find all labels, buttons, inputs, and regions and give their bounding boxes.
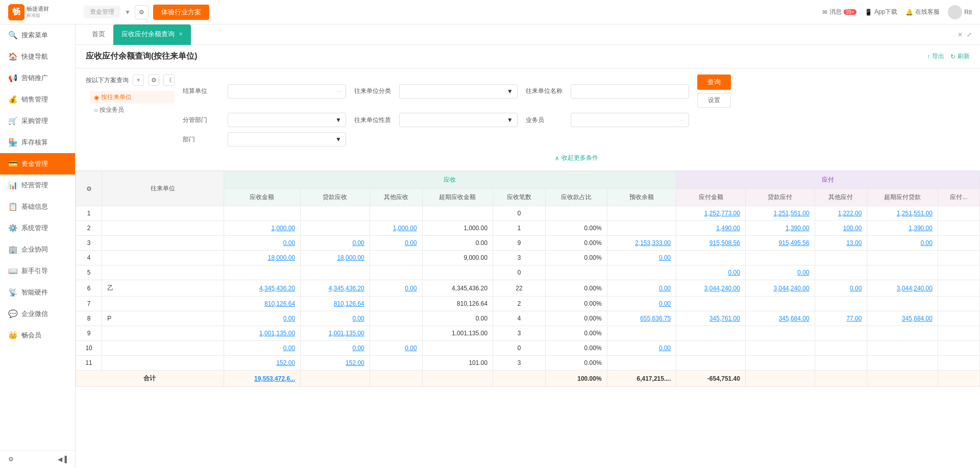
salesperson-label: 按业务员 [100, 106, 124, 114]
top-bar-center: 资金管理 ▼ ⚙ 体验行业方案 [84, 5, 822, 20]
sidebar-item-search-menu[interactable]: 🔍 搜索菜单 [0, 24, 75, 46]
filter-row-2: 分管部门 ▼ 往来单位性质 ▼ [183, 113, 970, 127]
sidebar-label-enterprise: 企业协同 [21, 245, 48, 254]
marketing-icon: 📢 [8, 73, 17, 83]
sidebar-label-search: 搜索菜单 [21, 31, 48, 40]
sidebar-item-system[interactable]: ⚙️ 系统管理 [0, 217, 75, 239]
message-icon: ✉ [822, 9, 827, 16]
service-icon: 🔔 [905, 9, 913, 16]
th-gear[interactable]: ⚙ [76, 171, 102, 206]
sidebar-item-enterprise[interactable]: 🏢 企业协同 [0, 239, 75, 260]
filter-fields-panel: 结算单位 ··· 往来单位分类 ▼ [183, 75, 970, 164]
tab-ar-ap-label: 应收应付余额查询 [121, 30, 175, 39]
dept-label: 部门 [183, 135, 224, 144]
member-icon: 👑 [8, 331, 17, 340]
th-ap-amount: 应付金额 [676, 189, 746, 206]
filter-collapse-btn[interactable]: ∧ 收起更多条件 [183, 152, 970, 164]
window-close-btn[interactable]: ✕ [958, 31, 963, 38]
sidebar-label-member: 畅会员 [21, 331, 41, 340]
filter-by-partner[interactable]: ◉ 按往来单位 [90, 91, 175, 104]
query-btn[interactable]: 查询 [697, 75, 731, 90]
sidebar-item-finance[interactable]: 💳 资金管理 [0, 153, 75, 175]
nav-dropdown-arrow[interactable]: ▼ [125, 9, 131, 16]
app-download-label: App下载 [874, 8, 897, 16]
filter-settings-btn[interactable]: ⚙ [148, 75, 159, 86]
home-icon: 🏠 [8, 52, 17, 61]
tab-close-btn[interactable]: ✕ [179, 31, 183, 37]
filter-add-btn[interactable]: + [133, 75, 144, 86]
th-ap-other: 其他应付 [815, 189, 867, 206]
filter-by-salesperson[interactable]: ○ 按业务员 [90, 104, 175, 116]
footer-ar-amount[interactable]: 19,553,472,6... [224, 371, 301, 387]
setting-btn[interactable]: 设置 [697, 93, 731, 108]
sidebar: 🔍 搜索菜单 🏠 快捷导航 📢 营销推广 💰 销售管理 🛒 采购管理 🏪 库存核… [0, 24, 76, 468]
tab-ar-ap[interactable]: 应收应付余额查询 ✕ [113, 24, 191, 45]
sidebar-item-smart-hw[interactable]: 📡 智能硬件 [0, 282, 75, 303]
sidebar-item-inventory[interactable]: 🏪 库存核算 [0, 132, 75, 153]
page-title: 应收应付余额查询(按往来单位) [86, 51, 198, 68]
field-dept: 部门 ▼ [183, 132, 346, 146]
table-row: 8P0.000.000.0040.00%655,636.75345,761.00… [76, 311, 980, 326]
sidebar-collapse-btn[interactable]: ◀▐ [58, 456, 67, 463]
collapse-label: 收起更多条件 [561, 154, 598, 162]
chevron-down-icon-3: ▼ [507, 116, 513, 124]
user-area[interactable]: Rit [948, 5, 972, 19]
yewuyuan-label: 业务员 [526, 116, 567, 125]
user-avatar [948, 5, 962, 19]
sidebar-item-basic[interactable]: 📋 基础信息 [0, 196, 75, 217]
sidebar-item-wechat[interactable]: 💬 企业微信 [0, 303, 75, 325]
download-icon: 📱 [865, 9, 872, 16]
th-ar-prepay: 预收余额 [607, 189, 676, 206]
th-ar-overdue: 超期应收金额 [422, 189, 493, 206]
table-row: 101,252,773.001,251,551.001,222.001,251,… [76, 206, 980, 221]
field-laiwai-name: 往来单位名称 [526, 84, 689, 98]
fenguan-select[interactable]: ▼ [228, 113, 346, 127]
laiwai-fenlei-select[interactable]: ▼ [399, 84, 518, 98]
online-service-btn[interactable]: 🔔 在线客服 [905, 8, 940, 16]
th-ar-group: 应收 [224, 171, 676, 189]
th-ap-more: 应付... [938, 189, 979, 206]
window-expand-btn[interactable]: ⤢ [967, 31, 972, 38]
field-fenguan: 分管部门 ▼ [183, 113, 346, 127]
filter-collapse-arrow[interactable]: 《 [163, 75, 175, 86]
th-ar-other: 其他应收 [370, 189, 422, 206]
sidebar-item-marketing[interactable]: 📢 营销推广 [0, 67, 75, 89]
table-row: 91,001,135.001,001,135.001,001,135.0030.… [76, 326, 980, 341]
user-name: Rit [964, 9, 972, 16]
messages-label: 消息 [829, 8, 842, 16]
chevron-down-icon-4: ▼ [335, 136, 341, 143]
messages-btn[interactable]: ✉ 消息 99+ [822, 8, 856, 16]
collapse-arrow-icon: ∧ [555, 155, 559, 162]
laiwai-name-input[interactable] [571, 84, 689, 98]
logo-badge: 标准版 [27, 12, 49, 19]
fenguan-label: 分管部门 [183, 116, 224, 125]
filter-options: ◉ 按往来单位 ○ 按业务员 [90, 91, 175, 116]
tab-home[interactable]: 首页 [84, 24, 113, 45]
app-download-btn[interactable]: 📱 App下载 [865, 8, 897, 16]
footer-ap-overdue [867, 371, 938, 387]
solution-button[interactable]: 体验行业方案 [153, 5, 209, 20]
jiesuan-input[interactable]: ··· [228, 84, 346, 98]
settings-gear-btn[interactable]: ⚙ [135, 5, 149, 19]
chevron-down-icon-2: ▼ [335, 116, 341, 124]
dept-select[interactable]: ▼ [228, 132, 346, 146]
footer-ap-other [815, 371, 867, 387]
table-row: 100.000.000.0000.00%0.00 [76, 341, 980, 356]
sidebar-item-member[interactable]: 👑 畅会员 [0, 325, 75, 346]
sidebar-item-operation[interactable]: 📊 经营管理 [0, 175, 75, 196]
finance-icon: 💳 [8, 159, 17, 168]
xingzhi-select[interactable]: ▼ [399, 113, 518, 127]
sidebar-label-guide: 新手引导 [21, 266, 48, 276]
yewuyuan-input[interactable]: ··· [571, 113, 689, 127]
sidebar-label-sales: 销售管理 [21, 95, 48, 104]
export-btn[interactable]: ↑ 导出 [927, 52, 944, 61]
sidebar-item-purchase[interactable]: 🛒 采购管理 [0, 110, 75, 132]
sidebar-item-quick-nav[interactable]: 🏠 快捷导航 [0, 46, 75, 67]
th-ar-amount: 应收金额 [224, 189, 301, 206]
sidebar-item-guide[interactable]: 📖 新手引导 [0, 260, 75, 282]
sidebar-item-sales[interactable]: 💰 销售管理 [0, 89, 75, 110]
system-icon: ⚙️ [8, 224, 17, 233]
refresh-btn[interactable]: ↻ 刷新 [950, 52, 970, 61]
sidebar-settings-btn[interactable]: ⚙ [8, 456, 14, 463]
app-logo: 畅 [8, 4, 24, 20]
